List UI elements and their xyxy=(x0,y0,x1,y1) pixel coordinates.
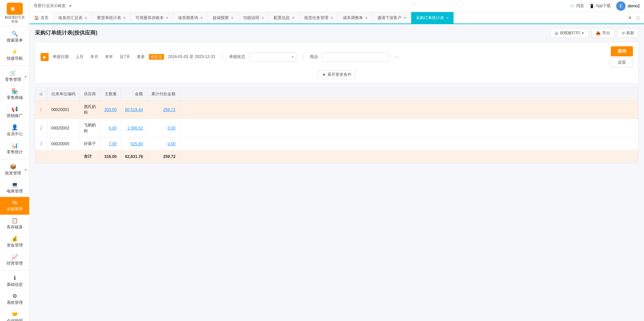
filter-toggle-btn[interactable]: ▶ xyxy=(41,53,49,61)
tab-close-9[interactable]: ✕ xyxy=(365,16,368,20)
tab-close-7[interactable]: ✕ xyxy=(292,16,294,20)
topbar-left: 母婴行业演示账套 ▼ xyxy=(34,3,72,9)
tab-close-6[interactable]: ✕ xyxy=(261,16,264,20)
date-shortcut-this-month[interactable]: 本月 xyxy=(88,53,101,60)
system-icon: ⚙ xyxy=(12,293,17,299)
tab-close-all-btn[interactable]: ✕ xyxy=(627,14,633,21)
ecommerce-icon: 💻 xyxy=(11,181,18,188)
download-icon: 📱 xyxy=(589,4,594,8)
sidebar-item-retail-shop[interactable]: 🏪 零售商城 xyxy=(0,85,29,103)
operations-icon: 📈 xyxy=(11,254,18,260)
sidebar-item-purchase[interactable]: 🛍 采购管理 xyxy=(0,197,29,215)
table-row: 2 00020002 飞鹤奶粉 6.00 1,586.52 0.00 xyxy=(35,119,638,138)
date-shortcut-last-month[interactable]: 上月 xyxy=(73,53,86,60)
logo-area: 畅 畅捷通好生意 标版 xyxy=(0,0,29,26)
app-download-btn[interactable]: 📱 App下载 xyxy=(589,3,611,9)
row-paid-2[interactable]: 0.00 xyxy=(147,119,180,138)
tab-close-2[interactable]: ✕ xyxy=(123,16,126,20)
quick-nav-icon: ⚡ xyxy=(11,49,18,55)
marketing-icon: 📢 xyxy=(11,106,18,112)
sidebar-item-member[interactable]: 👤 会员中心 xyxy=(0,121,29,140)
print-button[interactable]: 🖨 按模板打印 ▼ xyxy=(550,28,589,38)
logo-text: 畅捷通好生意 标版 xyxy=(5,15,25,23)
row-code-2: 00020002 xyxy=(47,119,80,138)
col-header-settings[interactable]: ⚙ xyxy=(35,88,47,101)
tab-item-1[interactable]: 收发存汇总表 ✕ xyxy=(54,12,92,23)
status-select[interactable] xyxy=(249,52,296,62)
tab-item-6[interactable]: 功能说明 ✕ xyxy=(238,12,269,23)
breadcrumb-dropdown-icon[interactable]: ▼ xyxy=(68,4,72,8)
sidebar-item-operations[interactable]: 📈 经营管理 xyxy=(0,251,29,269)
sidebar-item-collab[interactable]: 🤝 企业协同 xyxy=(0,308,29,321)
filter-divider2 xyxy=(303,54,303,60)
date-range-display: 2016-01-01 至 2023-12-31 xyxy=(168,54,215,60)
sidebar-item-retail-mgmt[interactable]: 🛒 零售管理 ▲ xyxy=(0,67,29,85)
row-qty-3[interactable]: 7.00 xyxy=(100,138,121,150)
sidebar-item-retail-stats[interactable]: 📊 零售统计 xyxy=(0,140,29,158)
row-num-3: 3 xyxy=(35,138,47,150)
tab-close-10[interactable]: ✕ xyxy=(404,16,406,20)
sidebar-item-ecommerce[interactable]: 💻 电商管理 xyxy=(0,179,29,197)
tab-item-4[interactable]: 保质期查询 ✕ xyxy=(173,12,208,23)
tab-maximize-btn[interactable]: □ xyxy=(635,14,641,21)
row-qty-2[interactable]: 6.00 xyxy=(100,119,121,138)
tab-close-11[interactable]: ✕ xyxy=(446,16,449,20)
tab-close-8[interactable]: ✕ xyxy=(330,16,333,20)
sidebar-item-system[interactable]: ⚙ 系统管理 xyxy=(0,290,29,308)
tab-item-5[interactable]: 超储预警 ✕ xyxy=(208,12,238,23)
refresh-button[interactable]: ↺ 刷新 xyxy=(617,28,639,38)
table-footer-row: 合计 316.00 62,631.76 259.72 xyxy=(35,150,638,163)
tab-item-7[interactable]: 配置信息 ✕ xyxy=(269,12,300,23)
row-supplier-1: 惠氏奶粉 xyxy=(80,101,100,119)
sidebar: 畅 畅捷通好生意 标版 🔍 搜索菜单 ⚡ 快捷导航 🛒 零售管理 ▲ 🏪 零售商… xyxy=(0,0,30,321)
chevron-right-icon: ▶ xyxy=(43,55,46,59)
tab-close-1[interactable]: ✕ xyxy=(85,16,87,20)
tab-item-8[interactable]: 拣货任务管理 ✕ xyxy=(300,12,338,23)
goods-input[interactable] xyxy=(322,52,389,62)
row-amount-2[interactable]: 1,586.52 xyxy=(121,119,147,138)
sidebar-item-search[interactable]: 🔍 搜索菜单 xyxy=(0,28,29,46)
expand-more-btn[interactable]: ▼ 展开更多条件 xyxy=(318,70,356,79)
page-header: 采购订单统计表(按供应商) 🖨 按模板打印 ▼ 📤 导出 ↺ 刷新 xyxy=(35,28,639,38)
export-button[interactable]: 📤 导出 xyxy=(591,28,614,38)
sidebar-wholesale-section: 📦 批发管理 ▼ 💻 电商管理 🛍 采购管理 📋 库存核算 💰 资金管理 📈 经… xyxy=(0,159,29,271)
row-paid-1[interactable]: 259.72 xyxy=(147,101,180,119)
tab-close-4[interactable]: ✕ xyxy=(200,16,203,20)
wholesale-icon: 📦 xyxy=(10,163,16,170)
tab-close-3[interactable]: ✕ xyxy=(166,16,168,20)
user-menu[interactable]: E demo2 xyxy=(616,1,640,11)
tab-close-5[interactable]: ✕ xyxy=(231,16,233,20)
message-btn[interactable]: 📨 消息 xyxy=(570,3,584,9)
row-amount-3[interactable]: 525.80 xyxy=(121,138,147,150)
date-shortcut-this-year[interactable]: 本年 xyxy=(102,53,116,60)
row-supplier-3: 好孩子 xyxy=(80,138,100,150)
date-shortcut-more[interactable]: 更多 xyxy=(134,53,148,60)
row-paid-3[interactable]: 0.00 xyxy=(147,138,180,150)
row-empty-2 xyxy=(180,119,638,138)
sidebar-item-inventory[interactable]: 📋 库存核算 xyxy=(0,215,29,233)
tab-item-3[interactable]: 可用量库存账本 ✕ xyxy=(131,12,173,23)
sidebar-item-basic-info[interactable]: ℹ 基础信息 xyxy=(0,272,29,290)
more-options-icon[interactable]: ··· xyxy=(393,54,400,60)
row-amount-1[interactable]: 60,519.44 xyxy=(121,101,147,119)
sidebar-item-finance[interactable]: 💰 资金管理 xyxy=(0,233,29,251)
sidebar-item-quick-nav[interactable]: ⚡ 快捷导航 xyxy=(0,46,29,64)
sidebar-search-section: 🔍 搜索菜单 ⚡ 快捷导航 xyxy=(0,26,29,66)
date-shortcut-7days[interactable]: 近7天 xyxy=(117,53,133,60)
print-arrow-icon: ▼ xyxy=(581,32,584,35)
tab-home[interactable]: 🏠 首页 xyxy=(30,12,54,23)
tab-item-9[interactable]: 成本调整单 ✕ xyxy=(338,12,373,23)
sidebar-item-marketing[interactable]: 📢 营销推广 xyxy=(0,103,29,121)
retail-shop-icon: 🏪 xyxy=(11,88,18,94)
tab-item-2[interactable]: 要货单统计表 ✕ xyxy=(92,12,131,23)
tab-item-10[interactable]: 邀请下游客户 ✕ xyxy=(373,12,411,23)
table-header-row: ⚙ 往来单位编码 供应商 主数量 金额 累计付款金额 xyxy=(35,88,638,101)
filter-divider xyxy=(222,54,222,60)
date-custom-tag[interactable]: 自定义 xyxy=(149,54,164,60)
row-qty-1[interactable]: 303.00 xyxy=(100,101,121,119)
query-button[interactable]: 查询 xyxy=(611,46,633,56)
sidebar-item-wholesale[interactable]: 📦 批发管理 ▼ xyxy=(0,161,29,179)
tab-item-11[interactable]: 采购订单统计表 ✕ xyxy=(411,12,454,23)
settings-button[interactable]: 设置 xyxy=(611,58,633,67)
tab-bar: 🏠 首页 收发存汇总表 ✕ 要货单统计表 ✕ 可用量库存账本 ✕ 保质期查询 ✕… xyxy=(30,12,644,24)
